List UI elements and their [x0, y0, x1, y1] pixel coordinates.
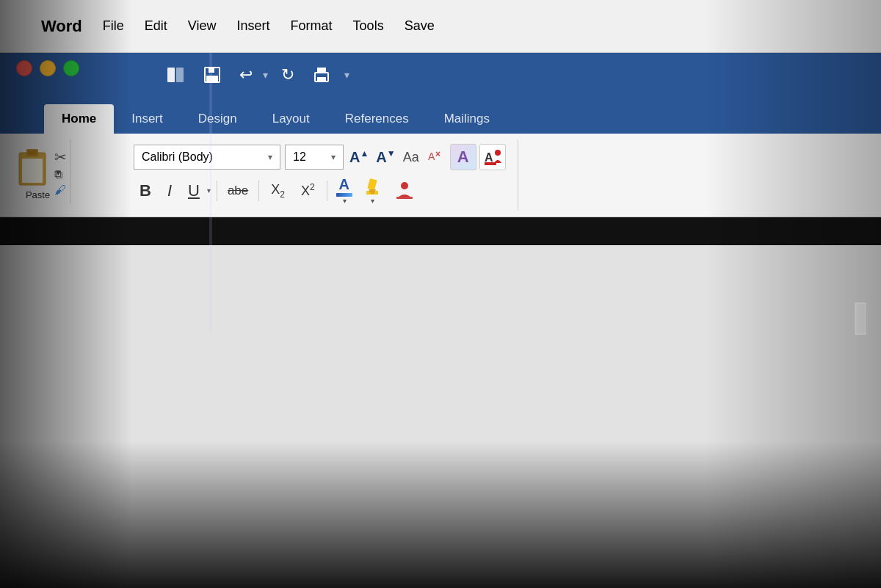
tab-insert[interactable]: Insert — [114, 104, 181, 134]
save-button[interactable] — [198, 62, 226, 87]
bold-button[interactable]: B — [134, 178, 157, 203]
tab-home[interactable]: Home — [44, 104, 114, 134]
superscript-button[interactable]: X2 — [295, 179, 321, 202]
close-button[interactable] — [16, 60, 32, 76]
grow-font-button[interactable]: A▲ — [348, 147, 370, 167]
font-name-dropdown[interactable]: Calibri (Body) ▾ — [134, 145, 280, 170]
copy-button[interactable]: ⧉ — [54, 168, 67, 181]
tab-layout[interactable]: Layout — [255, 104, 327, 134]
tab-mailings[interactable]: Mailings — [427, 104, 507, 134]
format-divider-1 — [217, 181, 217, 201]
font-color-picker[interactable]: A — [479, 144, 506, 170]
svg-rect-11 — [28, 150, 37, 155]
character-icon — [394, 181, 416, 201]
underline-arrow[interactable]: ▾ — [207, 186, 211, 195]
traffic-lights — [16, 60, 79, 76]
undo-button[interactable]: ↩ — [235, 62, 257, 87]
menu-insert[interactable]: Insert — [237, 18, 270, 34]
svg-rect-1 — [176, 68, 184, 82]
svg-rect-0 — [167, 68, 175, 82]
clipboard-icon — [15, 145, 53, 188]
paste-label: Paste — [26, 189, 50, 200]
menu-format[interactable]: Format — [291, 18, 333, 34]
cut-button[interactable]: ✂ — [54, 148, 67, 166]
font-name-arrow: ▾ — [268, 152, 272, 162]
ribbon-content: ▾ ✂ ⧉ 🖌 Paste — [0, 134, 881, 217]
tab-references[interactable]: References — [327, 104, 427, 134]
redo-button[interactable]: ↻ — [277, 62, 299, 87]
maximize-button[interactable] — [63, 60, 79, 76]
svg-rect-18 — [367, 178, 377, 190]
menu-save[interactable]: Save — [405, 18, 435, 34]
ribbon-container: ↩ ▾ ↻ ▾ Home Insert — [0, 53, 881, 217]
svg-rect-3 — [209, 68, 214, 73]
svg-rect-4 — [206, 76, 218, 81]
highlight-dropdown[interactable]: ▾ — [371, 197, 374, 205]
text-effects-button[interactable]: A — [450, 144, 476, 170]
highlight-color-button[interactable]: ▾ — [360, 175, 386, 206]
font-color-button[interactable]: A ▾ — [333, 175, 355, 206]
underline-button[interactable]: U — [182, 178, 206, 203]
strikethrough-button[interactable]: abe — [223, 181, 253, 201]
svg-rect-22 — [396, 197, 413, 199]
svg-rect-7 — [317, 77, 326, 81]
text-effect-color-button[interactable] — [391, 179, 418, 203]
sidebar-toggle-button[interactable] — [162, 62, 189, 87]
tab-design[interactable]: Design — [181, 104, 255, 134]
font-row1: Calibri (Body) ▾ 12 ▾ A▲ A▼ Aa — [134, 144, 506, 170]
font-size-dropdown[interactable]: 12 ▾ — [285, 145, 344, 170]
clear-formatting-button[interactable]: A × — [425, 145, 446, 170]
print-button[interactable] — [308, 62, 336, 87]
svg-text:A: A — [485, 151, 493, 164]
paste-group: ▾ ✂ ⧉ 🖌 Paste — [15, 145, 61, 200]
quick-access-toolbar: ↩ ▾ ↻ ▾ — [0, 53, 881, 97]
svg-text:×: × — [435, 149, 440, 159]
screen: Word File Edit View Insert Format Tools … — [0, 0, 881, 588]
format-divider-3 — [327, 181, 327, 201]
menu-edit[interactable]: Edit — [145, 18, 167, 34]
svg-rect-6 — [317, 68, 326, 73]
subscript-button[interactable]: X2 — [265, 179, 291, 203]
clipboard-section: ▾ ✂ ⧉ 🖌 Paste — [6, 139, 70, 203]
font-section: Calibri (Body) ▾ 12 ▾ A▲ A▼ Aa — [122, 139, 518, 211]
text-effect-icons: A A — [450, 144, 506, 170]
svg-point-21 — [401, 182, 408, 189]
format-painter-button[interactable]: 🖌 — [54, 184, 67, 197]
svg-point-8 — [325, 75, 327, 77]
underline-group: U ▾ — [182, 178, 211, 203]
tab-row: Home Insert Design Layout References Mai… — [0, 97, 881, 134]
svg-rect-12 — [22, 159, 43, 183]
highlighter-icon — [363, 176, 383, 197]
mac-menubar: Word File Edit View Insert Format Tools … — [0, 0, 881, 53]
undo-arrow: ▾ — [263, 69, 268, 81]
font-row2: B I U ▾ abe X2 X2 — [134, 175, 506, 206]
format-divider-2 — [258, 181, 259, 201]
font-size-arrow: ▾ — [331, 152, 336, 162]
minimize-button[interactable] — [40, 60, 56, 76]
toolbar-dropdown-arrow[interactable]: ▾ — [344, 69, 349, 81]
menu-tools[interactable]: Tools — [353, 18, 384, 34]
font-color-dropdown[interactable]: ▾ — [343, 197, 347, 205]
svg-text:A: A — [428, 150, 435, 162]
shrink-font-button[interactable]: A▼ — [374, 147, 396, 167]
svg-point-17 — [495, 150, 501, 156]
menu-view[interactable]: View — [188, 18, 217, 34]
menu-word[interactable]: Word — [41, 17, 82, 36]
change-case-button[interactable]: Aa — [402, 148, 421, 167]
italic-button[interactable]: I — [162, 178, 178, 203]
document-area[interactable] — [0, 245, 881, 588]
menu-file[interactable]: File — [103, 18, 124, 34]
